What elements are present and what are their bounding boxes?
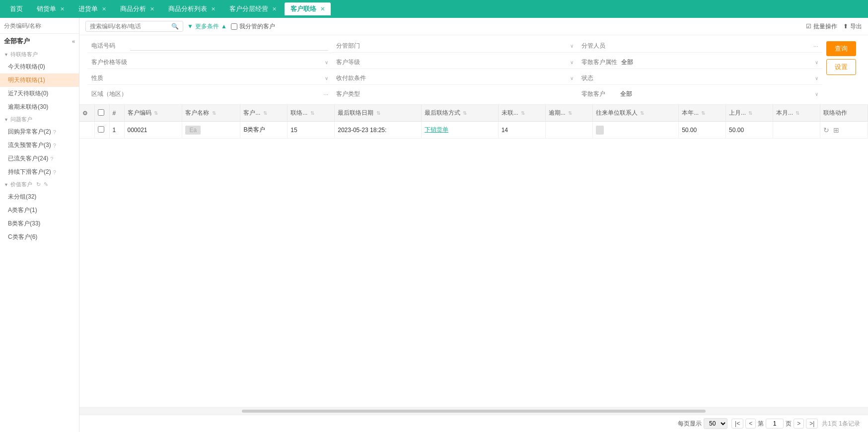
th-check[interactable] xyxy=(94,105,109,122)
close-sales-icon[interactable]: ✕ xyxy=(60,6,65,12)
filter-row-3: 性质 ∨ 收付款条件 ∨ 状态 ∨ xyxy=(87,72,822,85)
sidebar-item-tomorrow-contact[interactable]: 明天待联络(1) xyxy=(0,73,79,87)
help-abnormal-icon[interactable]: ? xyxy=(53,129,56,135)
th-this-year[interactable]: 本年... ⇅ xyxy=(679,105,726,122)
horizontal-scrollbar[interactable] xyxy=(242,410,706,413)
th-unit-contact[interactable]: 往来单位联系人 ⇅ xyxy=(592,105,679,122)
filter-payment-arrow-icon[interactable]: ∨ xyxy=(570,75,574,81)
sidebar-item-overdue-contact[interactable]: 逾期未联络(30) xyxy=(0,100,79,114)
sidebar-item-today-contact[interactable]: 今天待联络(0) xyxy=(0,60,79,73)
search-input[interactable] xyxy=(90,23,169,30)
settings-button[interactable]: 设置 xyxy=(826,59,856,75)
value-customer-edit-icon[interactable]: ✎ xyxy=(44,181,48,188)
export-button[interactable]: ⬆ 导出 xyxy=(843,22,862,31)
first-page-button[interactable]: |< xyxy=(731,419,743,429)
sidebar-item-ungrouped[interactable]: 未分组(32) xyxy=(0,190,79,204)
th-customer-type[interactable]: 客户... ⇅ xyxy=(240,105,288,122)
nav-customer-tier[interactable]: 客户分层经营 ✕ xyxy=(223,2,283,15)
th-this-month[interactable]: 本月... ⇅ xyxy=(773,105,820,122)
sidebar-item-warning[interactable]: 流失预警客户(3) ? xyxy=(0,139,79,152)
close-purchase-icon[interactable]: ✕ xyxy=(102,6,106,12)
th-overdue[interactable]: 逾期... ⇅ xyxy=(545,105,592,122)
prev-page-button[interactable]: < xyxy=(745,419,756,429)
nav-home[interactable]: 首页 xyxy=(4,2,29,15)
search-box[interactable]: 🔍 xyxy=(85,21,183,32)
help-warning-icon[interactable]: ? xyxy=(53,143,56,148)
select-all-checkbox[interactable] xyxy=(98,109,104,116)
value-customer-refresh-icon[interactable]: ↻ xyxy=(36,181,41,188)
help-lost-icon[interactable]: ? xyxy=(50,156,53,162)
filter-icon: ▼ xyxy=(187,23,193,30)
sidebar-search-input[interactable] xyxy=(4,22,78,29)
batch-operation-button[interactable]: ☑ 批量操作 xyxy=(806,22,837,31)
nav-sales[interactable]: 销货单 ✕ xyxy=(31,2,71,15)
filter-nature: 性质 ∨ xyxy=(87,72,332,85)
th-uncontact[interactable]: 未联... ⇅ xyxy=(498,105,545,122)
sidebar-item-class-a[interactable]: A类客户(1) xyxy=(0,204,79,217)
action-refresh-icon[interactable]: ↻ xyxy=(823,126,829,134)
search-icon[interactable]: 🔍 xyxy=(171,23,179,30)
sidebar-item-class-c[interactable]: C类客户(6) xyxy=(0,230,79,244)
filter-customer-grade-arrow-icon[interactable]: ∨ xyxy=(570,60,574,65)
close-analysis-icon[interactable]: ✕ xyxy=(150,6,154,12)
filter-retail-attr: 零散客户属性 全部 ∨ xyxy=(578,56,822,69)
row-unit-contact xyxy=(592,122,679,139)
sidebar-item-declining[interactable]: 持续下滑客户(2) ? xyxy=(0,165,79,179)
per-page-select[interactable]: 50 xyxy=(704,418,727,429)
content-area: 🔍 ▼ 更多条件 ▲ 我分管的客户 ☑ 批量操作 ⬆ 导出 xyxy=(79,18,868,432)
filter-retail-customer-label: 零散客户 xyxy=(581,90,616,98)
filter-price-grade-arrow-icon[interactable]: ∨ xyxy=(325,60,328,65)
th-last-contact-method[interactable]: 最后联络方式 ⇅ xyxy=(422,105,499,122)
row-this-month xyxy=(773,122,820,139)
row-last-contact-method[interactable]: 下销货单 xyxy=(422,122,499,139)
filter-row-4: 区域（地区） ··· 客户类型 零散客户 全部 ∨ xyxy=(87,88,822,100)
filter-phone-input[interactable] xyxy=(130,41,328,51)
nav-customer-contact[interactable]: 客户联络 ✕ xyxy=(285,2,331,15)
th-customer-code[interactable]: 客户编码 ⇅ xyxy=(124,105,182,122)
table-header-row: ⚙ # 客户编码 ⇅ 客户名称 ⇅ 客户... ⇅ xyxy=(79,105,868,122)
close-customer-tier-icon[interactable]: ✕ xyxy=(272,6,277,12)
th-customer-name[interactable]: 客户名称 ⇅ xyxy=(182,105,240,122)
sidebar-all-customers[interactable]: 全部客户 « xyxy=(0,34,79,49)
query-button[interactable]: 查询 xyxy=(826,41,856,56)
nav-analysis-table[interactable]: 商品分析列表 ✕ xyxy=(162,2,221,15)
filter-nature-label: 性质 xyxy=(91,74,126,82)
nav-analysis[interactable]: 商品分析 ✕ xyxy=(114,2,160,15)
my-customers-checkbox-label[interactable]: 我分管的客户 xyxy=(231,22,275,31)
page-number-input[interactable] xyxy=(766,419,784,429)
filter-status-arrow-icon[interactable]: ∨ xyxy=(815,75,818,81)
filter-retail-customer-arrow-icon[interactable]: ∨ xyxy=(815,91,818,97)
last-contact-method-link[interactable]: 下销货单 xyxy=(425,126,448,133)
filter-dept-arrow-icon[interactable]: ∨ xyxy=(570,43,574,49)
sidebar-item-lost[interactable]: 已流失客户(24) ? xyxy=(0,152,79,165)
filter-dept: 分管部门 ∨ xyxy=(332,40,577,53)
row-customer-type: B类客户 xyxy=(240,122,288,139)
action-qr-icon[interactable]: ⊞ xyxy=(833,126,839,134)
th-last-contact-date[interactable]: 最后联络日期 ⇅ xyxy=(335,105,422,122)
row-checkbox[interactable] xyxy=(98,126,104,133)
sidebar-group-problem-customer[interactable]: 问题客户 xyxy=(0,114,79,125)
last-page-button[interactable]: >| xyxy=(806,419,818,429)
sidebar-group-value-customer[interactable]: 价值客户 ↻ ✎ xyxy=(0,179,79,190)
row-check-cell[interactable] xyxy=(94,122,109,139)
sidebar-search-box[interactable]: 🔍 xyxy=(0,18,79,34)
filter-retail-attr-arrow-icon[interactable]: ∨ xyxy=(815,60,818,65)
nav-purchase[interactable]: 进货单 ✕ xyxy=(72,2,112,15)
next-page-button[interactable]: > xyxy=(794,419,804,429)
close-analysis-table-icon[interactable]: ✕ xyxy=(211,6,216,12)
more-filter-button[interactable]: ▼ 更多条件 ▲ xyxy=(187,22,227,31)
filter-region-dots-icon[interactable]: ··· xyxy=(323,91,328,98)
th-last-month[interactable]: 上月... ⇅ xyxy=(726,105,773,122)
sidebar-item-abnormal[interactable]: 回购异常客户(2) ? xyxy=(0,125,79,139)
th-gear[interactable]: ⚙ xyxy=(79,105,94,122)
my-customers-checkbox[interactable] xyxy=(231,23,237,30)
sidebar-item-class-b[interactable]: B类客户(33) xyxy=(0,217,79,230)
filter-manager-dots-icon[interactable]: ··· xyxy=(813,43,818,50)
filter-nature-arrow-icon[interactable]: ∨ xyxy=(325,75,328,81)
th-contact-count[interactable]: 联络... ⇅ xyxy=(288,105,335,122)
close-customer-contact-icon[interactable]: ✕ xyxy=(320,6,325,12)
export-icon: ⬆ xyxy=(843,23,848,30)
sidebar-group-pending-contact[interactable]: 待联络客户 xyxy=(0,49,79,60)
help-declining-icon[interactable]: ? xyxy=(53,169,56,175)
sidebar-item-week-contact[interactable]: 近7天待联络(0) xyxy=(0,87,79,100)
